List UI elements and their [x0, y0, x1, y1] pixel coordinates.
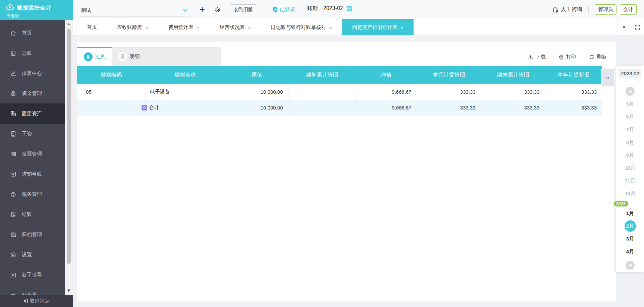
view-tab-label: 明细	[130, 53, 140, 60]
tab-journal-bank-check[interactable]: 日记账与银行对账单核对×	[261, 19, 342, 35]
live-support-button[interactable]: 人工咨询	[552, 6, 582, 13]
view-tab-label: 汇总	[95, 54, 105, 60]
month-picker-panel: 2023.02 5月 6月 7月 8月 9月 10月 11月 12月 2023 …	[616, 66, 644, 272]
sidebar-item-closing[interactable]: 结账	[0, 204, 65, 224]
cell-total-ending: 333.33	[481, 100, 545, 116]
print-button[interactable]: 打印	[558, 54, 576, 60]
year-badge: 2023	[613, 201, 629, 207]
action-label: 下载	[536, 54, 546, 60]
action-label: 刷新	[597, 54, 607, 60]
tab-fixed-asset-depreciation[interactable]: 固定资产折旧统计表×	[342, 19, 414, 35]
tab-close-icon[interactable]: ×	[400, 25, 404, 30]
scroll-up-arrow-icon[interactable]	[67, 23, 70, 25]
sidebar-scrollbar[interactable]	[65, 20, 73, 295]
sidebar-item-label: 结账	[22, 211, 32, 218]
current-period-label: 2023.02	[619, 69, 641, 78]
unpin-sidebar-button[interactable]: 取消固定	[0, 295, 73, 307]
tab-operating-status[interactable]: 经营状况表×	[210, 19, 261, 35]
sidebar-item-label: 进销台账	[22, 171, 42, 177]
cell-total-month: 333.33	[417, 100, 481, 116]
role-admin-button[interactable]: 管理员	[595, 4, 616, 15]
maximize-icon	[635, 25, 640, 30]
sidebar-item-label: 报表中心	[22, 70, 42, 77]
sidebar-item-invoice-management[interactable]: 发票管理	[0, 144, 65, 164]
unpin-label: 取消固定	[30, 298, 50, 304]
account-set-selector[interactable]: 测试	[79, 6, 190, 17]
sidebar-item-settings[interactable]: 设置	[0, 245, 65, 265]
home-icon	[10, 30, 17, 37]
sidebar-item-purchase-sales-ledger[interactable]: 进销台账	[0, 164, 65, 184]
settings-button[interactable]	[214, 6, 221, 13]
gear-icon	[10, 251, 17, 258]
invoice-icon	[10, 150, 17, 158]
sidebar-item-beginner-guide[interactable]: 新手引导	[0, 265, 65, 285]
sidebar-item-fixed-assets[interactable]: 固定资产	[0, 103, 65, 124]
col-header: 期末累计折旧	[481, 66, 545, 84]
collapse-panel-button[interactable]: »	[601, 69, 614, 86]
tab-expense-stats[interactable]: 费用统计表×	[158, 19, 210, 35]
guide-video-icon	[10, 271, 17, 278]
scrollbar-thumb[interactable]	[67, 29, 71, 264]
tab-receivable-aging[interactable]: 应收账龄表×	[107, 19, 158, 35]
col-header: 净值	[356, 66, 417, 84]
tab-close-icon[interactable]: ×	[145, 25, 148, 30]
month-item-mar[interactable]: 3月	[616, 234, 644, 243]
month-item-feb-selected[interactable]: 2月	[625, 220, 636, 232]
close-all-tabs-button[interactable]: ×	[617, 19, 631, 35]
col-header: 本年计提折旧	[545, 66, 602, 84]
months-scroll-up-button[interactable]	[626, 87, 635, 96]
scroll-down-arrow-icon[interactable]	[67, 290, 70, 292]
cell-total-label: 合 合计:	[77, 100, 225, 116]
view-toolbar: 汇总 明细 下载 打印	[77, 42, 616, 66]
report-actions: 下载 打印 刷新	[528, 54, 607, 60]
cell-opening-accum	[288, 84, 356, 100]
month-item-apr[interactable]: 4月	[616, 247, 644, 256]
certified-badge[interactable]: 企 已认证	[272, 6, 296, 13]
sidebar-item-fund-management[interactable]: 资金管理	[0, 83, 65, 103]
period-label: 账期	[307, 5, 318, 12]
period-value: 2023-02	[323, 5, 343, 11]
sidebar-item-archive-management[interactable]: 归档管理	[0, 224, 65, 245]
ledger-icon	[10, 50, 17, 57]
tab-close-icon[interactable]: ×	[248, 25, 251, 30]
svg-text:企: 企	[274, 8, 277, 11]
sidebar-item-general-ledger[interactable]: 总账	[0, 43, 65, 63]
sidebar-item-home[interactable]: 首页	[0, 23, 65, 43]
double-chevron-up-icon	[628, 89, 633, 94]
tab-close-icon[interactable]: ×	[197, 25, 200, 30]
download-button[interactable]: 下载	[528, 54, 546, 60]
sidebar-item-label: 总账	[22, 50, 32, 56]
table-row[interactable]: 05 电子设备 10,000.00 9,666.67 333.33 333.33…	[77, 84, 602, 100]
add-account-set-button[interactable]: +	[200, 5, 205, 14]
table-header-row: 类别编码 类别名称 原值 期初累计折旧 净值 本月计提折旧 期末累计折旧 本年计…	[77, 66, 602, 84]
view-tab-summary[interactable]: 汇总	[77, 47, 112, 66]
depreciation-table: 类别编码 类别名称 原值 期初累计折旧 净值 本月计提折旧 期末累计折旧 本年计…	[77, 66, 602, 116]
sidebar-item-member[interactable]: 好会员	[0, 285, 65, 295]
sidebar-item-salary[interactable]: 工资	[0, 124, 65, 144]
cell-year-depreciation: 333.33	[545, 84, 602, 100]
tab-close-icon[interactable]: ×	[329, 25, 332, 30]
switch-to-old-version-button[interactable]: 切到旧版	[230, 4, 257, 15]
chevron-down-icon	[183, 9, 187, 12]
report-card: 汇总 明细 下载 打印	[77, 42, 616, 301]
cell-total-net: 9,666.67	[356, 100, 417, 116]
summary-layers-icon	[84, 52, 93, 61]
maximize-button[interactable]	[631, 19, 644, 35]
col-header: 本月计提折旧	[417, 66, 481, 84]
double-chevron-down-icon	[628, 263, 633, 268]
cell-ending-accum: 333.33	[481, 84, 545, 100]
months-scroll-down-button[interactable]	[626, 261, 635, 270]
sidebar-item-report-center[interactable]: 报表中心	[0, 63, 65, 83]
tab-label: 经营状况表	[220, 24, 245, 31]
tab-label: 日记账与银行对账单核对	[271, 24, 326, 31]
sidebar-item-tax-management[interactable]: 税务管理	[0, 184, 65, 204]
download-icon	[528, 54, 533, 60]
tab-home[interactable]: 首页	[77, 19, 107, 35]
view-tab-detail[interactable]: 明细	[112, 47, 146, 66]
role-accountant-button[interactable]: 会计	[620, 4, 637, 15]
month-item-jan[interactable]: 1月	[616, 209, 644, 218]
tab-label: 固定资产折旧统计表	[352, 24, 397, 31]
refresh-button[interactable]: 刷新	[589, 54, 607, 60]
month-item-jul: 7月	[616, 125, 644, 134]
period-picker[interactable]: 2023-02	[322, 5, 354, 14]
